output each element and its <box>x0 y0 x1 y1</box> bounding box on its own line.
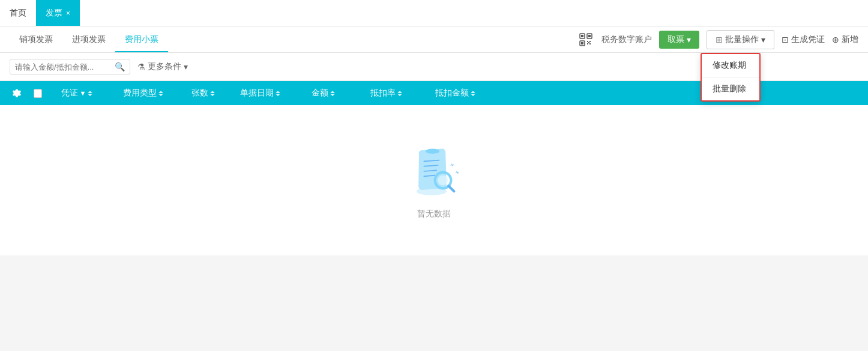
th-voucher[interactable]: 凭证 ▼ <box>47 88 107 99</box>
date-sort[interactable] <box>276 91 280 96</box>
count-sort[interactable] <box>210 91 215 96</box>
svg-point-12 <box>426 149 439 154</box>
deduction-amount-sort[interactable] <box>471 91 475 96</box>
svg-line-19 <box>448 186 454 191</box>
sort-down-icon <box>276 94 280 96</box>
empty-state: 暂无数据 <box>0 105 868 255</box>
voucher-filter-icon: ▼ <box>80 90 86 97</box>
invoice-tab-label: 发票 <box>46 8 62 19</box>
home-label: 首页 <box>10 8 26 19</box>
voucher-sort[interactable] <box>88 91 92 96</box>
svg-rect-3 <box>588 35 591 37</box>
tab-sales-invoice[interactable]: 销项发票 <box>10 26 62 52</box>
invoice-tab[interactable]: 发票 × <box>36 0 80 26</box>
batch-op-icon: ⊞ <box>716 35 723 44</box>
sort-up-icon <box>88 91 92 93</box>
sort-up-icon <box>471 91 475 93</box>
qr-code-icon[interactable] <box>577 31 594 48</box>
sort-down-icon <box>330 94 335 96</box>
th-amount[interactable]: 金额 <box>293 88 353 99</box>
more-conditions-arrow: ▾ <box>184 62 188 72</box>
svg-rect-9 <box>589 43 591 44</box>
gen-voucher-label: 生成凭证 <box>791 34 825 45</box>
batch-op-button[interactable]: ⊞ 批量操作 ▾ <box>707 30 774 49</box>
th-gear[interactable] <box>5 88 29 98</box>
th-expense-type[interactable]: 费用类型 <box>107 88 179 99</box>
filter-icon: ⚗ <box>137 62 145 72</box>
home-tab[interactable]: 首页 <box>0 0 36 26</box>
close-tab-icon[interactable]: × <box>66 9 70 17</box>
svg-rect-8 <box>587 43 588 44</box>
sort-down-icon <box>210 94 215 96</box>
tab-expense-ticket[interactable]: 费用小票 <box>115 26 168 52</box>
sort-down-icon <box>88 94 92 96</box>
svg-rect-6 <box>587 41 588 42</box>
take-ticket-label: 取票 <box>668 34 684 45</box>
batch-delete-item[interactable]: 批量删除 <box>702 77 759 100</box>
svg-point-18 <box>438 176 448 186</box>
th-date[interactable]: 单据日期 <box>227 88 293 99</box>
sort-up-icon <box>158 91 163 93</box>
batch-op-dropdown: 修改账期 批量删除 <box>701 53 761 102</box>
take-ticket-arrow: ▾ <box>687 35 691 44</box>
svg-rect-1 <box>581 35 583 37</box>
sort-up-icon <box>397 91 402 93</box>
svg-line-23 <box>456 172 459 173</box>
svg-line-21 <box>451 165 454 165</box>
more-conditions-label: 更多条件 <box>148 61 181 72</box>
take-ticket-button[interactable]: 取票 ▾ <box>659 31 699 49</box>
expense-type-sort[interactable] <box>158 91 163 96</box>
more-conditions-btn[interactable]: ⚗ 更多条件 ▾ <box>137 61 188 72</box>
batch-op-wrapper: ⊞ 批量操作 ▾ 修改账期 批量删除 <box>707 30 774 49</box>
voucher-icon: ⊡ <box>782 35 789 44</box>
th-count[interactable]: 张数 <box>179 88 227 99</box>
search-wrap: 🔍 <box>10 59 130 75</box>
tab-input-invoice[interactable]: 进项发票 <box>62 26 115 52</box>
svg-rect-5 <box>581 42 583 44</box>
toolbar-right: 税务数字账户 取票 ▾ ⊞ 批量操作 ▾ 修改账期 批量删除 <box>577 30 858 49</box>
deduction-rate-sort[interactable] <box>397 91 402 96</box>
search-icon[interactable]: 🔍 <box>115 62 125 72</box>
gen-voucher-button[interactable]: ⊡ 生成凭证 <box>782 34 825 45</box>
empty-state-text: 暂无数据 <box>417 209 451 219</box>
empty-illustration <box>404 141 464 201</box>
svg-rect-7 <box>589 41 591 42</box>
sort-up-icon <box>276 91 280 93</box>
top-nav: 首页 发票 × <box>0 0 868 26</box>
th-deduction-amount[interactable]: 抵扣金额 <box>419 88 491 99</box>
amount-sort[interactable] <box>330 91 335 96</box>
svg-rect-10 <box>588 42 589 43</box>
sort-up-icon <box>330 91 335 93</box>
select-all-checkbox[interactable] <box>34 89 42 98</box>
batch-op-label: 批量操作 <box>725 34 759 45</box>
add-icon: ⊕ <box>832 35 839 44</box>
sort-up-icon <box>210 91 215 93</box>
sort-down-icon <box>397 94 402 96</box>
search-input[interactable] <box>15 63 111 72</box>
th-checkbox[interactable] <box>29 89 47 98</box>
add-label: 新增 <box>842 34 858 45</box>
th-deduction-rate[interactable]: 抵扣率 <box>353 88 419 99</box>
sort-down-icon <box>158 94 163 96</box>
batch-op-arrow: ▾ <box>761 35 765 44</box>
sub-tabs-bar: 销项发票 进项发票 费用小票 税务数字账户 <box>0 26 868 53</box>
modify-period-item[interactable]: 修改账期 <box>702 54 759 77</box>
tax-digital-account-btn[interactable]: 税务数字账户 <box>601 34 652 45</box>
add-new-button[interactable]: ⊕ 新增 <box>832 34 858 45</box>
sort-down-icon <box>471 94 475 96</box>
